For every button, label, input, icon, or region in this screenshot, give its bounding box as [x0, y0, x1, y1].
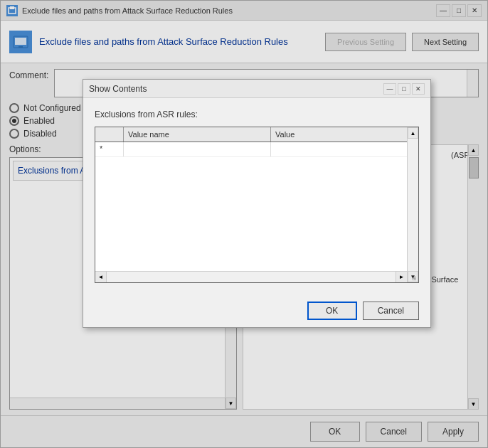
table-scroll-up[interactable]: ▲	[408, 127, 418, 139]
dialog-table: Value name Value * ▲ ▼	[95, 127, 419, 283]
td-name[interactable]	[124, 142, 271, 156]
dialog-cancel-button[interactable]: Cancel	[363, 302, 419, 320]
dialog-title-controls: — □ ✕	[383, 83, 425, 95]
table-row[interactable]: *	[95, 142, 418, 157]
dialog-subtitle: Exclusions from ASR rules:	[95, 110, 419, 119]
dialog-title-bar: Show Contents — □ ✕	[83, 80, 430, 98]
dialog-content: Exclusions from ASR rules: Value name Va…	[83, 98, 430, 294]
th-value: Value	[271, 127, 418, 142]
dialog-footer: OK Cancel	[83, 294, 430, 327]
td-bullet: *	[95, 142, 124, 156]
resize-corner[interactable]: ⊞	[410, 274, 418, 282]
dialog-ok-button[interactable]: OK	[307, 302, 357, 320]
dialog-minimize-button[interactable]: —	[383, 83, 396, 95]
table-scroll-left[interactable]: ◄	[95, 272, 107, 282]
dialog-close-button[interactable]: ✕	[412, 83, 425, 95]
show-contents-dialog: Show Contents — □ ✕ Exclusions from ASR …	[83, 79, 431, 328]
table-scrollbar-h[interactable]: ◄ ►	[95, 271, 407, 282]
th-value-name: Value name	[124, 127, 271, 142]
td-value[interactable]	[271, 142, 418, 156]
table-scrollbar-v[interactable]: ▲ ▼	[407, 127, 418, 282]
th-bullet	[95, 127, 124, 142]
modal-overlay: Show Contents — □ ✕ Exclusions from ASR …	[1, 1, 487, 447]
table-header: Value name Value	[95, 127, 418, 142]
table-body: *	[95, 142, 418, 279]
table-scroll-right[interactable]: ►	[396, 272, 407, 282]
dialog-title: Show Contents	[89, 84, 147, 94]
main-window: Exclude files and paths from Attack Surf…	[0, 0, 488, 448]
dialog-maximize-button[interactable]: □	[398, 83, 410, 95]
